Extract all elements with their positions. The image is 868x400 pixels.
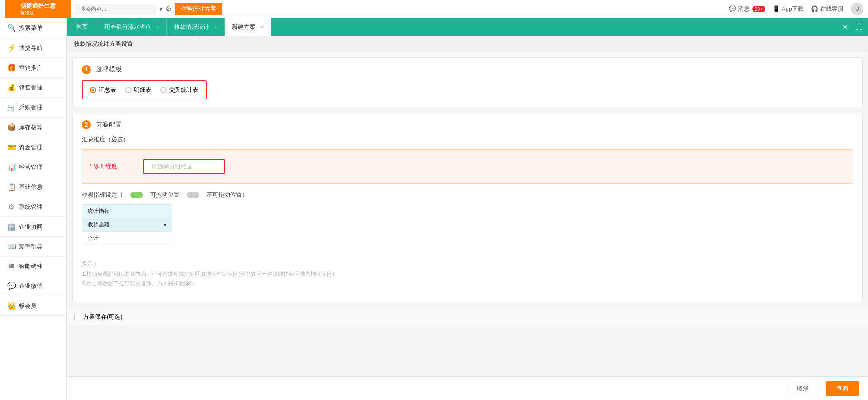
- purchase-icon: 🛒: [7, 103, 15, 112]
- draggable-label: 可拖动位置: [150, 191, 179, 199]
- content-area: 首页 现金银行流水查询 × 收款情况统计 × 新建方案 × ✕ ⛶: [67, 18, 868, 400]
- page-content: 收款情况统计方案设置 1 选择模板 汇总表 明细表: [67, 36, 868, 400]
- sidebar-item-quicknav[interactable]: ⚡ 快捷导航: [0, 38, 66, 58]
- sidebar-item-system[interactable]: ⚙ 系统管理: [0, 197, 66, 217]
- enterprise-icon: 🏢: [7, 222, 15, 231]
- online-service-item[interactable]: 🎧 在线客服: [811, 5, 844, 13]
- radio-cross[interactable]: 交叉统计表: [160, 86, 198, 94]
- sidebar-item-purchase[interactable]: 🛒 采购管理: [0, 98, 66, 118]
- tab-cashflow[interactable]: 现金银行流水查询 ×: [97, 18, 167, 36]
- message-item[interactable]: 💬 消息 99+: [729, 5, 765, 13]
- radio-detail-label: 明细表: [134, 86, 151, 94]
- sidebar-item-basic[interactable]: 📋 基础信息: [0, 177, 66, 197]
- sidebar-item-quicknav-label: 快捷导航: [19, 44, 42, 52]
- tips-title: 提示：: [82, 260, 853, 268]
- metrics-header: 统计指标: [82, 205, 172, 218]
- search-input[interactable]: [75, 4, 156, 14]
- metrics-total-row: 合计: [82, 232, 172, 245]
- system-icon: ⚙: [7, 202, 15, 211]
- tips-row-1: 2.点击标题栏下拉可设置排序、插入列和删除列: [82, 280, 853, 287]
- query-button[interactable]: 查询: [826, 381, 859, 396]
- radio-cross-circle: [160, 87, 167, 93]
- tab-bar-right: ✕ ⛶: [840, 21, 868, 33]
- step1-title: 选择模板: [96, 66, 122, 74]
- user-avatar[interactable]: U: [851, 3, 863, 15]
- tab-collection-label: 收款情况统计: [174, 23, 209, 31]
- radio-detail[interactable]: 明细表: [125, 86, 151, 94]
- industry-btn[interactable]: 体验行业方案: [175, 3, 222, 15]
- footer-bar: 取消 查询: [67, 376, 868, 400]
- metrics-table: 统计指标 收款金额 ▾ 合计: [82, 204, 172, 245]
- sidebar-item-purchase-label: 采购管理: [19, 104, 42, 112]
- guide-icon: 📖: [7, 242, 15, 251]
- radio-summary[interactable]: 汇总表: [90, 86, 116, 94]
- tips-section: 提示： 1.拖动标题栏可以调整布局，不可跨维度或指标区域拖动栏目字段(只能在同一…: [82, 254, 853, 295]
- step2-title: 方案配置: [96, 121, 122, 129]
- breadcrumb: 收款情况统计方案设置: [74, 40, 133, 47]
- sidebar: 🔍 搜索菜单 ⚡ 快捷导航 🎁 营销推广 💰 销售管理 🛒 采购管理 📦 库存核…: [0, 18, 67, 400]
- metrics-row-label: 合计: [88, 235, 99, 241]
- radio-summary-circle: [90, 87, 96, 93]
- tab-new-plan[interactable]: 新建方案 ×: [225, 18, 271, 36]
- message-badge: 99+: [752, 6, 765, 12]
- sidebar-item-inventory[interactable]: 📦 库存核算: [0, 118, 66, 137]
- metrics-column-label: 收款金额: [88, 221, 109, 229]
- tab-collection[interactable]: 收款情况统计 ×: [167, 18, 225, 36]
- tab-collection-close[interactable]: ×: [214, 24, 217, 30]
- quicknav-icon: ⚡: [7, 43, 15, 52]
- sidebar-item-hardware[interactable]: 🖥 智能硬件: [0, 257, 66, 276]
- radio-cross-label: 交叉统计表: [169, 86, 198, 94]
- sidebar-item-marketing[interactable]: 🎁 营销推广: [0, 58, 66, 78]
- sidebar-item-sales[interactable]: 💰 销售管理: [0, 78, 66, 98]
- non-draggable-badge: [187, 192, 199, 198]
- save-checkbox[interactable]: [74, 314, 80, 320]
- sidebar-item-enterprise[interactable]: 🏢 企业协同: [0, 217, 66, 237]
- member-icon: 👑: [7, 301, 15, 310]
- tips-row-0: 1.拖动标题栏可以调整布局，不可跨维度或指标区域拖动栏目字段(只能在同一维度或指…: [82, 270, 853, 278]
- sidebar-item-guide[interactable]: 📖 新手引导: [0, 237, 66, 257]
- radio-detail-circle: [125, 87, 132, 93]
- wechat-icon: 💬: [7, 282, 15, 290]
- header-right: 💬 消息 99+ 📱 App下载 🎧 在线客服 U: [729, 3, 863, 15]
- dimension-subtitle: 汇总维度（必选）: [82, 136, 853, 144]
- app-download-item[interactable]: 📱 App下载: [773, 5, 804, 13]
- save-checkbox-wrapper[interactable]: 方案保存(可选): [74, 313, 123, 321]
- gear-btn[interactable]: ⚙: [165, 5, 172, 13]
- tab-new-plan-label: 新建方案: [232, 23, 255, 31]
- dimension-row: * 纵向维度 —— 请选择分组维度: [90, 159, 845, 174]
- tab-new-plan-close[interactable]: ×: [260, 24, 263, 30]
- sidebar-item-wechat[interactable]: 💬 企业微信: [0, 276, 66, 296]
- page-header: 收款情况统计方案设置: [67, 36, 868, 52]
- non-draggable-label: 不可拖动位置）: [207, 191, 248, 199]
- download-icon: 📱: [773, 5, 780, 12]
- metrics-header-label: 统计指标: [88, 207, 109, 215]
- sidebar-item-marketing-label: 营销推广: [19, 64, 42, 72]
- metrics-section-title: 模板指标设定（: [82, 191, 123, 199]
- sidebar-item-management[interactable]: 📊 经营管理: [0, 157, 66, 177]
- app-edition: 标准版: [20, 10, 56, 16]
- template-selection: 汇总表 明细表 交叉统计表: [82, 80, 207, 99]
- dropdown-btn[interactable]: ▾: [159, 5, 163, 13]
- sidebar-item-member[interactable]: 👑 畅会员: [0, 296, 66, 316]
- management-icon: 📊: [7, 163, 15, 171]
- sidebar-item-guide-label: 新手引导: [19, 243, 42, 251]
- sidebar-item-system-label: 系统管理: [19, 203, 42, 211]
- avatar-text: U: [855, 6, 859, 12]
- top-header: 畅捷通好生意 标准版 ▾ ⚙ 体验行业方案 💬 消息 99+ 📱 App下载 🎧…: [0, 0, 868, 18]
- dimension-select[interactable]: 请选择分组维度: [143, 159, 225, 174]
- tab-close-btn[interactable]: ✕: [840, 21, 850, 33]
- finance-icon: 💳: [7, 143, 15, 151]
- sidebar-item-finance[interactable]: 💳 资金管理: [0, 137, 66, 157]
- header-search-area: ▾ ⚙ 体验行业方案: [75, 3, 725, 15]
- tab-expand-btn[interactable]: ⛶: [854, 21, 864, 33]
- step2-row: 2 方案配置: [82, 120, 853, 129]
- sidebar-item-search[interactable]: 🔍 搜索菜单: [0, 18, 66, 38]
- logo-area: 畅捷通好生意 标准版: [5, 0, 71, 18]
- sidebar-item-wechat-label: 企业微信: [19, 282, 42, 290]
- metrics-column-chevron[interactable]: ▾: [164, 222, 166, 228]
- tab-home[interactable]: 首页: [67, 18, 97, 36]
- step2-badge: 2: [82, 120, 91, 129]
- tab-cashflow-close[interactable]: ×: [156, 24, 159, 30]
- dimension-area: * 纵向维度 —— 请选择分组维度: [82, 149, 853, 184]
- cancel-button[interactable]: 取消: [786, 381, 820, 396]
